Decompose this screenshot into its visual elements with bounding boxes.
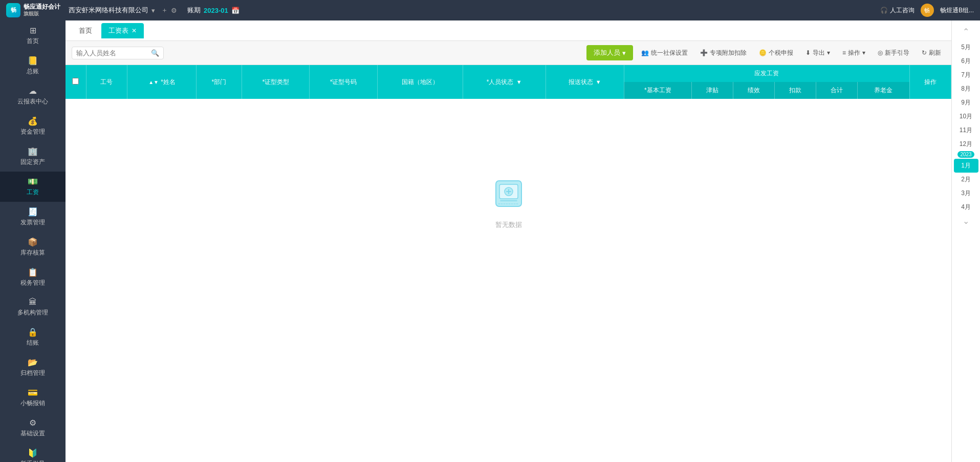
sidebar-item-guide[interactable]: 🔰 新手引导 [0,443,66,462]
new-guide-btn[interactable]: ◎ 新手引导 [874,47,913,59]
social-security-icon: 👥 [641,49,649,56]
tab-home-label: 首页 [79,26,92,35]
sidebar-item-multi-org[interactable]: 🏛 多机构管理 [0,292,66,322]
month-item-05[interactable]: 5月 [954,40,978,54]
fund-icon: 💰 [28,116,38,126]
scroll-down-arrow[interactable]: ⌄ [961,214,971,228]
company-dropdown-icon[interactable]: ▾ [151,7,155,14]
sidebar-item-ledger[interactable]: 📒 总账 [0,51,66,81]
export-dropdown-icon: ▾ [827,49,830,56]
period-label: 账期 [187,6,201,15]
logo-sub-text: 旗舰版 [24,10,60,17]
company-selector[interactable]: 西安虾米网络科技有限公司 ▾ ＋ ⚙ [69,6,177,15]
search-icon: 🔍 [151,49,159,57]
month-item-06[interactable]: 6月 [954,54,978,68]
sidebar-item-fund[interactable]: 💰 资金管理 [0,111,66,141]
sidebar-label-close: 结账 [27,339,39,347]
th-report-status: 报送状态 ▼ [546,65,624,99]
tab-salary-label: 工资表 [108,26,128,35]
sidebar-label-ledger: 总账 [27,67,39,76]
add-person-dropdown-icon: ▾ [622,49,626,57]
empty-icon [488,173,529,214]
tab-home[interactable]: 首页 [72,23,99,38]
search-box[interactable]: 🔍 [72,47,164,59]
logo-icon: 畅 [6,3,20,17]
special-deduction-icon: ➕ [700,49,708,56]
social-security-btn[interactable]: 👥 统一社保设置 [637,47,692,59]
export-btn[interactable]: ⬇ 导出 ▾ [801,47,834,59]
tax-icon2: 🪙 [759,49,767,56]
th-allowance: 津贴 [692,82,733,99]
sidebar-label-expense: 小畅报销 [20,399,45,408]
month-item-04[interactable]: 4月 [954,200,978,214]
refresh-btn[interactable]: ↻ 刷新 [918,47,945,59]
sidebar-item-inventory[interactable]: 📦 库存核算 [0,232,66,262]
th-status: *人员状态 ▼ [463,65,546,99]
sidebar-item-tax[interactable]: 📋 税务管理 [0,262,66,292]
settings-sidebar-icon: ⚙ [29,418,36,428]
search-input[interactable] [76,49,148,57]
tax-declare-btn[interactable]: 🪙 个税申报 [755,47,797,59]
operations-btn[interactable]: ≡ 操作 ▾ [838,47,869,59]
sidebar-item-settings[interactable]: ⚙ 基础设置 [0,413,66,443]
year-badge-2023: 2023 [957,151,974,158]
scroll-up-arrow[interactable]: ⌃ [961,25,971,38]
settings-icon[interactable]: ⚙ [171,7,177,14]
month-item-03[interactable]: 3月 [954,186,978,200]
human-service-btn[interactable]: 🎧 人工咨询 [880,6,914,15]
sidebar-label-home: 首页 [27,37,39,46]
month-item-12[interactable]: 12月 [954,137,978,151]
refresh-icon: ↻ [922,49,927,56]
salary-table: 工号 ▲▼ *姓名 *部门 *证型类型 *证型号码 国籍（地区） *人员状态 ▼… [66,65,951,99]
sidebar-item-archive[interactable]: 📂 归档管理 [0,352,66,383]
sidebar-label-salary: 工资 [27,188,39,197]
month-item-02[interactable]: 2月 [954,173,978,186]
sidebar: ⊞ 首页 📒 总账 ☁ 云报表中心 💰 资金管理 🏢 固定资产 💵 工资 [0,20,66,462]
sidebar-item-home[interactable]: ⊞ 首页 [0,20,66,51]
sidebar-item-close[interactable]: 🔒 结账 [0,322,66,352]
app-container: 畅 畅应通好会计 旗舰版 西安虾米网络科技有限公司 ▾ ＋ ⚙ 账期 2023-… [0,0,980,462]
company-name: 西安虾米网络科技有限公司 [69,6,148,15]
month-item-09[interactable]: 9月 [954,96,978,110]
content-area: 首页 工资表 ✕ 🔍 添加人员 ▾ 👥 [66,20,951,462]
sidebar-label-tax: 税务管理 [20,279,45,287]
tab-close-icon[interactable]: ✕ [132,27,137,34]
sidebar-item-cloud-report[interactable]: ☁ 云报表中心 [0,81,66,111]
th-employee-id: 工号 [86,65,127,99]
add-person-button[interactable]: 添加人员 ▾ [586,45,633,60]
month-item-11[interactable]: 11月 [954,123,978,137]
th-id-type: *证型类型 [242,65,310,99]
fixed-assets-icon: 🏢 [28,146,38,156]
top-actions: 🎧 人工咨询 畅 畅煜通B组... [880,4,974,17]
tab-bar: 首页 工资表 ✕ [66,20,951,41]
sidebar-label-multi-org: 多机构管理 [17,308,48,317]
sidebar-item-fixed-assets[interactable]: 🏢 固定资产 [0,141,66,172]
month-item-08[interactable]: 8月 [954,82,978,96]
tab-salary-table[interactable]: 工资表 ✕ [101,23,144,38]
table-container: 工号 ▲▼ *姓名 *部门 *证型类型 *证型号码 国籍（地区） *人员状态 ▼… [66,65,951,462]
period-selector[interactable]: 账期 2023-01 📅 [187,6,239,15]
th-deduction: 扣款 [774,82,816,99]
logo: 畅 畅应通好会计 旗舰版 [6,3,60,17]
month-item-07[interactable]: 7月 [954,68,978,82]
ledger-icon: 📒 [28,56,38,66]
archive-icon: 📂 [28,358,38,367]
user-avatar[interactable]: 畅 [921,4,934,17]
cloud-icon: ☁ [29,86,37,96]
home-icon: ⊞ [30,26,36,35]
special-deduction-btn[interactable]: ➕ 专项附加扣除 [696,47,751,59]
top-bar: 畅 畅应通好会计 旗舰版 西安虾米网络科技有限公司 ▾ ＋ ⚙ 账期 2023-… [0,0,980,20]
sidebar-item-salary[interactable]: 💵 工资 [0,172,66,202]
add-company-icon[interactable]: ＋ [161,6,168,15]
sidebar-item-expense[interactable]: 💳 小畅报销 [0,383,66,413]
report-filter-icon[interactable]: ▼ [596,79,601,85]
status-filter-icon[interactable]: ▼ [516,79,522,85]
calendar-icon[interactable]: 📅 [231,7,239,14]
sidebar-label-settings: 基础设置 [20,429,45,438]
month-item-01[interactable]: 1月 [954,159,978,173]
month-item-10[interactable]: 10月 [954,110,978,123]
salary-icon: 💵 [28,177,38,186]
sidebar-item-invoice[interactable]: 🧾 发票管理 [0,202,66,232]
th-name: ▲▼ *姓名 [127,65,196,99]
select-all-checkbox[interactable] [72,78,79,85]
